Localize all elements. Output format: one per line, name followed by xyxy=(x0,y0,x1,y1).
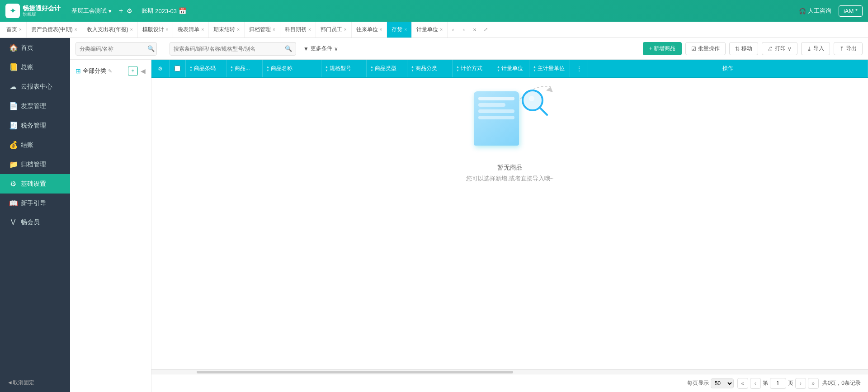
th-category[interactable]: ▲▼ 商品分类 xyxy=(407,60,453,77)
category-header: ⊞ 全部分类 ✎ + ◀ xyxy=(70,63,151,79)
consult-button[interactable]: 🎧 人工咨询 xyxy=(795,5,835,17)
tab-subject[interactable]: 科目期初 × xyxy=(280,22,316,38)
th-spec[interactable]: ▲▼ 规格型号 xyxy=(321,60,367,77)
page-size-select[interactable]: 50 100 200 xyxy=(711,378,734,388)
tab-expand-button[interactable]: ⤢ xyxy=(480,22,491,38)
add-tab-icon[interactable]: + xyxy=(119,7,123,15)
tab-close-measure[interactable]: × xyxy=(440,27,443,32)
sidebar-label-guide: 新手引导 xyxy=(21,199,46,208)
th-check[interactable] xyxy=(170,60,186,77)
th-type[interactable]: ▲▼ 商品类型 xyxy=(367,60,407,77)
settings-icon[interactable]: ⚙ xyxy=(127,7,132,14)
empty-subtitle: 您可以选择新增,或者直接导入哦~ xyxy=(466,175,553,183)
add-product-button[interactable]: + 新增商品 xyxy=(643,42,682,55)
sidebar-item-cloud[interactable]: ☁ 云报表中心 xyxy=(0,77,70,96)
logo-text: 畅捷通好会计 旗舰版 xyxy=(23,5,61,18)
print-button[interactable]: 🖨 打印 ∨ xyxy=(762,42,797,55)
category-search-input[interactable] xyxy=(80,46,147,52)
user-button[interactable]: iAM * xyxy=(839,5,863,17)
sidebar-label-ledger: 总账 xyxy=(21,63,33,71)
next-page-button[interactable]: › xyxy=(795,378,806,389)
cancel-fixed-button[interactable]: ◄取消固定 xyxy=(7,379,63,387)
category-add-button[interactable]: + xyxy=(128,66,138,76)
tab-home[interactable]: 首页 × xyxy=(2,22,27,38)
th-price-method[interactable]: ▲▼ 计价方式 xyxy=(453,60,493,77)
tab-balance[interactable]: 资产负债表(中期) × xyxy=(27,22,82,38)
sidebar-item-ledger[interactable]: 📒 总账 xyxy=(0,57,70,77)
import-button[interactable]: ⤓ 导入 xyxy=(801,42,830,55)
sidebar: 🏠 首页 📒 总账 ☁ 云报表中心 📄 发票管理 🧾 税务管理 💰 结账 📁 归… xyxy=(0,38,70,392)
th-unit[interactable]: ▲▼ 计量单位 xyxy=(493,60,529,77)
main-layout: 🏠 首页 📒 总账 ☁ 云报表中心 📄 发票管理 🧾 税务管理 💰 结账 📁 归… xyxy=(0,38,868,392)
sidebar-item-guide[interactable]: 📖 新手引导 xyxy=(0,194,70,213)
category-search-wrap[interactable]: 🔍 xyxy=(75,42,157,56)
print-chevron-icon: ∨ xyxy=(788,46,792,52)
svg-line-2 xyxy=(540,108,547,115)
tab-close-template[interactable]: × xyxy=(166,27,169,32)
tab-measure[interactable]: 计量单位 × xyxy=(412,22,448,38)
tax-icon: 🧾 xyxy=(9,121,17,130)
sidebar-item-archives[interactable]: 📁 归档管理 xyxy=(0,155,70,174)
main-search-wrap[interactable]: 🔍 xyxy=(170,42,296,56)
tab-next-button[interactable]: › xyxy=(458,22,469,38)
sidebar-label-settings: 基础设置 xyxy=(21,180,46,188)
sidebar-item-tax[interactable]: 🧾 税务管理 xyxy=(0,116,70,135)
logo-symbol: ✦ xyxy=(9,6,16,16)
tab-close-income[interactable]: × xyxy=(130,27,133,32)
tab-close-all-button[interactable]: × xyxy=(469,22,480,38)
select-all-checkbox[interactable] xyxy=(175,66,180,71)
main-search-input[interactable] xyxy=(174,46,285,52)
tab-archive[interactable]: 归档管理 × xyxy=(245,22,280,38)
content-area: 🔍 🔍 ▼ 更多条件 ∨ + 新增商品 ☑ 批量操作 xyxy=(70,38,868,392)
search-icon: 🔍 xyxy=(147,45,155,52)
tab-contact[interactable]: 往来单位 × xyxy=(352,22,387,38)
tab-close-subject[interactable]: × xyxy=(308,27,311,32)
tab-close-period[interactable]: × xyxy=(237,27,240,32)
sidebar-item-vip[interactable]: V 畅会员 xyxy=(0,213,70,232)
tab-bar: 首页 × 资产负债表(中期) × 收入支出表(年报) × 模版设计 × 税表清单… xyxy=(0,22,868,38)
filter-icon: ▼ xyxy=(303,46,309,52)
tab-close-balance[interactable]: × xyxy=(75,27,77,32)
tab-template[interactable]: 模版设计 × xyxy=(138,22,174,38)
th-product-name[interactable]: ▲▼ 商品名称 xyxy=(263,60,321,77)
tab-inventory[interactable]: 存货 × xyxy=(387,22,412,38)
th-main-unit[interactable]: ▲▼ 主计量单位 xyxy=(529,60,570,77)
tab-prev-button[interactable]: ‹ xyxy=(448,22,458,38)
tab-close-dept[interactable]: × xyxy=(344,27,347,32)
tab-period[interactable]: 期末结转 × xyxy=(209,22,245,38)
print-icon: 🖨 xyxy=(768,46,773,52)
first-page-button[interactable]: « xyxy=(737,378,748,389)
sidebar-item-invoice[interactable]: 📄 发票管理 xyxy=(0,96,70,116)
tab-close-contact[interactable]: × xyxy=(380,27,382,32)
th-more[interactable]: ⋮ xyxy=(570,60,588,77)
page-input[interactable] xyxy=(770,378,786,389)
export-button[interactable]: ⤒ 导出 xyxy=(834,42,863,55)
empty-state: 暂无商品 您可以选择新增,或者直接导入哦~ xyxy=(151,78,868,183)
more-filter-button[interactable]: ▼ 更多条件 ∨ xyxy=(300,43,342,54)
sidebar-item-settings[interactable]: ⚙ 基础设置 xyxy=(0,174,70,194)
th-barcode[interactable]: ▲▼ 商品条码 xyxy=(186,60,226,77)
tab-close-taxlist[interactable]: × xyxy=(201,27,204,32)
last-page-button[interactable]: » xyxy=(808,378,819,389)
calendar-icon[interactable]: 📅 xyxy=(179,7,186,14)
tab-dept[interactable]: 部门员工 × xyxy=(316,22,352,38)
company-selector[interactable]: 基层工会测试 ▾ xyxy=(68,5,115,17)
tab-taxlist[interactable]: 税表清单 × xyxy=(173,22,209,38)
th-gear[interactable]: ⚙ xyxy=(151,60,170,77)
move-button[interactable]: ⇅ 移动 xyxy=(729,42,758,55)
category-edit-icon: ✎ xyxy=(108,68,112,74)
prev-page-button[interactable]: ‹ xyxy=(750,378,761,389)
th-product-num[interactable]: ▲▼ 商品... xyxy=(226,60,263,77)
category-collapse-button[interactable]: ◀ xyxy=(141,67,146,75)
sidebar-item-home[interactable]: 🏠 首页 xyxy=(0,38,70,57)
chevron-down-icon: ▾ xyxy=(108,8,112,14)
batch-op-button[interactable]: ☑ 批量操作 xyxy=(685,42,726,55)
tab-close-archive[interactable]: × xyxy=(273,27,275,32)
table-header: ⚙ ▲▼ 商品条码 ▲▼ 商品... ▲▼ 商品名称 xyxy=(151,60,868,78)
scrollbar-thumb[interactable] xyxy=(197,371,513,373)
tab-close-home[interactable]: × xyxy=(19,27,22,32)
sidebar-item-closing[interactable]: 💰 结账 xyxy=(0,135,70,155)
tab-income[interactable]: 收入支出表(年报) × xyxy=(82,22,138,38)
tab-close-inventory[interactable]: × xyxy=(404,27,407,32)
vip-icon: V xyxy=(9,218,17,227)
